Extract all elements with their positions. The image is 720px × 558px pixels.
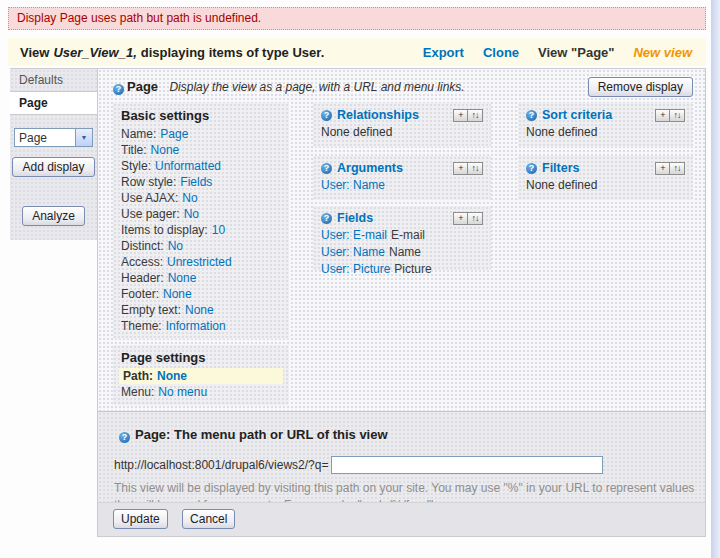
filters-box: ? Filters + ↑↓ None defined bbox=[518, 156, 693, 200]
help-icon[interactable]: ? bbox=[321, 213, 332, 224]
field-item-link[interactable]: User: E-mail bbox=[321, 228, 387, 242]
filters-title[interactable]: Filters bbox=[542, 161, 580, 175]
sidebar-tab-page[interactable]: Page bbox=[10, 92, 97, 115]
page-settings-box: Page settings Path:None Menu:No menu bbox=[113, 345, 289, 405]
error-message: Display Page uses path but path is undef… bbox=[8, 7, 706, 30]
filters-empty: None defined bbox=[526, 177, 685, 194]
export-link[interactable]: Export bbox=[423, 45, 464, 60]
view-header: View User_View_1, displaying items of ty… bbox=[8, 38, 706, 66]
help-icon[interactable]: ? bbox=[119, 432, 130, 443]
display-select-value: Page bbox=[19, 131, 47, 145]
argument-item-link[interactable]: User: Name bbox=[321, 178, 385, 192]
field-item-link[interactable]: User: Picture bbox=[321, 262, 390, 276]
setting-row: Empty text:None bbox=[121, 302, 281, 318]
setting-value-link[interactable]: Unrestricted bbox=[167, 255, 232, 269]
page-edge-strip bbox=[711, 0, 720, 558]
setting-row: Style:Unformatted bbox=[121, 158, 281, 174]
display-settings-panel: ?Page Display the view as a page, with a… bbox=[97, 68, 706, 537]
help-icon[interactable]: ? bbox=[113, 84, 124, 95]
path-input[interactable] bbox=[331, 456, 603, 474]
help-icon[interactable]: ? bbox=[321, 163, 332, 174]
setting-row: Header:None bbox=[121, 270, 281, 286]
rearrange-icon[interactable]: ↑↓ bbox=[468, 109, 483, 122]
help-icon[interactable]: ? bbox=[526, 110, 537, 121]
rearrange-icon[interactable]: ↑↓ bbox=[670, 109, 685, 122]
chevron-down-icon[interactable]: ▼ bbox=[75, 129, 92, 146]
field-item-link[interactable]: User: Name bbox=[321, 245, 385, 259]
setting-row: Title:None bbox=[121, 142, 281, 158]
add-icon[interactable]: + bbox=[453, 109, 468, 122]
add-icon[interactable]: + bbox=[453, 212, 468, 225]
update-button[interactable]: Update bbox=[113, 509, 168, 529]
sort-criteria-title[interactable]: Sort criteria bbox=[542, 108, 612, 122]
add-icon[interactable]: + bbox=[655, 162, 670, 175]
setting-row: Footer:None bbox=[121, 286, 281, 302]
relationships-empty: None defined bbox=[321, 124, 483, 141]
fields-title[interactable]: Fields bbox=[337, 211, 373, 225]
setting-value-link[interactable]: No bbox=[168, 239, 183, 253]
clone-link[interactable]: Clone bbox=[483, 45, 519, 60]
field-item: User: PicturePicture bbox=[321, 261, 483, 278]
setting-value-link[interactable]: None bbox=[185, 303, 214, 317]
setting-value-link[interactable]: Fields bbox=[180, 175, 212, 189]
rearrange-icon[interactable]: ↑↓ bbox=[670, 162, 685, 175]
setting-row: Distinct:No bbox=[121, 238, 281, 254]
add-icon[interactable]: + bbox=[453, 162, 468, 175]
remove-display-button[interactable]: Remove display bbox=[588, 77, 693, 97]
path-config-form: ?Page: The menu path or URL of this view… bbox=[98, 411, 705, 536]
setting-value-link[interactable]: None bbox=[151, 143, 180, 157]
display-select[interactable]: Page ▼ bbox=[14, 128, 93, 147]
display-sidebar: Defaults Page Page ▼ Add display Analyze bbox=[10, 68, 97, 240]
view-title-prefix: View bbox=[20, 45, 49, 60]
relationships-box: ? Relationships + ↑↓ None defined bbox=[313, 103, 491, 147]
path-value-link[interactable]: None bbox=[157, 369, 187, 383]
display-panel-header: ?Page Display the view as a page, with a… bbox=[113, 79, 575, 95]
setting-value-link[interactable]: None bbox=[168, 271, 197, 285]
cancel-button[interactable]: Cancel bbox=[182, 509, 235, 529]
arguments-box: ? Arguments + ↑↓ User: Name bbox=[313, 156, 491, 200]
path-setting-row: Path:None bbox=[119, 368, 283, 384]
view-name: User_View_1, bbox=[53, 45, 136, 60]
url-prefix-label: http://localhost:8001/drupal6/views2/?q= bbox=[114, 458, 328, 472]
setting-value-link[interactable]: No bbox=[184, 207, 199, 221]
rearrange-icon[interactable]: ↑↓ bbox=[468, 162, 483, 175]
setting-row: Access:Unrestricted bbox=[121, 254, 281, 270]
display-description: Display the view as a page, with a URL a… bbox=[169, 80, 464, 94]
setting-value-link[interactable]: Unformatted bbox=[155, 159, 221, 173]
setting-value-link[interactable]: No bbox=[182, 191, 197, 205]
menu-setting-row: Menu:No menu bbox=[121, 384, 281, 400]
arguments-title[interactable]: Arguments bbox=[337, 161, 403, 175]
setting-row: Use AJAX:No bbox=[121, 190, 281, 206]
views-admin-page: Display Page uses path but path is undef… bbox=[0, 0, 720, 558]
fields-box: ? Fields + ↑↓ User: E-mailE-mail User: N… bbox=[313, 206, 491, 270]
help-icon[interactable]: ? bbox=[526, 163, 537, 174]
setting-row: Items to display:10 bbox=[121, 222, 281, 238]
path-form-title: ?Page: The menu path or URL of this view bbox=[114, 427, 705, 443]
sort-criteria-box: ? Sort criteria + ↑↓ None defined bbox=[518, 103, 693, 147]
rearrange-icon[interactable]: ↑↓ bbox=[468, 212, 483, 225]
view-page-link[interactable]: View "Page" bbox=[538, 45, 614, 60]
add-display-button[interactable]: Add display bbox=[12, 157, 94, 177]
setting-value-link[interactable]: 10 bbox=[212, 223, 225, 237]
setting-value-link[interactable]: Page bbox=[160, 127, 188, 141]
basic-settings-box: Basic settings Name:Page Title:None Styl… bbox=[113, 103, 289, 339]
setting-value-link[interactable]: None bbox=[163, 287, 192, 301]
relationships-title[interactable]: Relationships bbox=[337, 108, 419, 122]
page-settings-header: Page settings bbox=[121, 350, 281, 365]
add-icon[interactable]: + bbox=[655, 109, 670, 122]
field-item: User: NameName bbox=[321, 244, 483, 261]
setting-row: Name:Page bbox=[121, 126, 281, 142]
sort-criteria-empty: None defined bbox=[526, 124, 685, 141]
new-view-link[interactable]: New view bbox=[633, 45, 692, 60]
argument-item: User: Name bbox=[321, 177, 483, 194]
sidebar-tab-defaults[interactable]: Defaults bbox=[10, 69, 97, 92]
basic-settings-header: Basic settings bbox=[121, 108, 281, 123]
display-title: Page bbox=[127, 79, 158, 94]
field-item: User: E-mailE-mail bbox=[321, 227, 483, 244]
analyze-button[interactable]: Analyze bbox=[22, 206, 85, 226]
setting-value-link[interactable]: Information bbox=[166, 319, 226, 333]
setting-row: Row style:Fields bbox=[121, 174, 281, 190]
form-actions: Update Cancel bbox=[98, 502, 705, 536]
help-icon[interactable]: ? bbox=[321, 110, 332, 121]
menu-value-link[interactable]: No menu bbox=[158, 385, 207, 399]
